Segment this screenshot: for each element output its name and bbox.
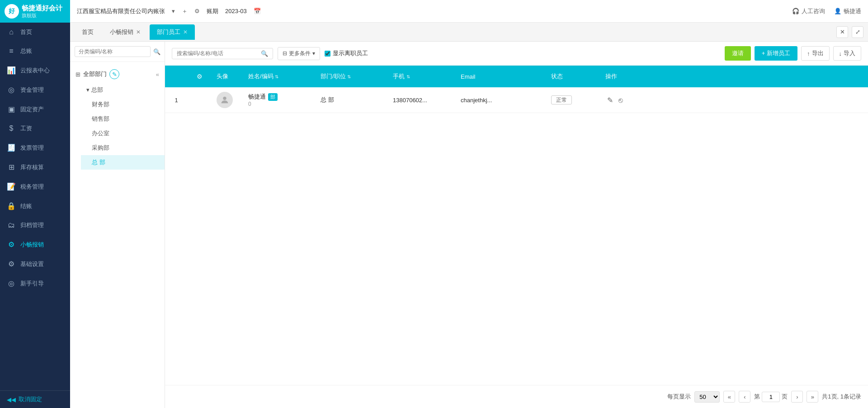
consult-button[interactable]: 🎧 人工咨询 — [792, 7, 825, 15]
reports-icon: 📊 — [7, 66, 16, 75]
edit-employee-button[interactable]: ✎ — [605, 95, 615, 105]
dept-collapse-icon[interactable]: « — [156, 71, 159, 78]
user-icon: 👤 — [834, 8, 841, 14]
calendar-icon-button[interactable]: 📅 — [254, 8, 261, 14]
user-avatar-button[interactable]: 👤 畅捷通 — [834, 7, 861, 15]
col-email: Email — [455, 66, 546, 87]
first-page-button[interactable]: « — [723, 391, 735, 403]
show-resigned-label: 显示离职员工 — [333, 49, 368, 57]
sidebar-item-settings[interactable]: ⚙ 基础设置 — [0, 254, 70, 274]
tab-expense-close[interactable]: ✕ — [136, 29, 141, 35]
sidebar-item-reports[interactable]: 📊 云报表中心 — [0, 61, 70, 80]
delete-employee-button[interactable]: ⎋ — [617, 95, 625, 105]
export-button[interactable]: ↑ 导出 — [801, 46, 830, 61]
grid-icon: ⊞ — [75, 71, 80, 78]
settings-button[interactable]: ⚙ — [194, 8, 200, 14]
prev-page-button[interactable]: ‹ — [739, 391, 750, 403]
close-tab-button[interactable]: ✕ — [836, 26, 848, 38]
employee-name-block: 畅捷通 部 — [248, 93, 310, 101]
search-submit-icon[interactable]: 🔍 — [261, 50, 268, 57]
cell-seq-1: 1 — [165, 87, 188, 113]
filter-button[interactable]: ⊟ 更多条件 ▾ — [278, 47, 320, 60]
last-page-button[interactable]: » — [807, 391, 818, 403]
svg-point-0 — [223, 97, 226, 100]
sidebar-item-salary[interactable]: $ 工资 — [0, 119, 70, 138]
page-body: 🔍 ⊞ 全部部门 ✎ « ▾ 总部 财务部 销售部 办公室 采购部 总 部 — [70, 42, 868, 408]
dept-all[interactable]: ⊞ 全部部门 ✎ « — [70, 66, 165, 83]
page-suffix-label: 页 — [782, 393, 788, 401]
sidebar-item-ledger[interactable]: ≡ 总账 — [0, 42, 70, 61]
sidebar-label-funds: 资金管理 — [20, 86, 44, 94]
col-avatar: 头像 — [211, 66, 243, 87]
import-label: 导入 — [844, 49, 855, 57]
filter-icon: ⊟ — [283, 50, 287, 57]
table-gear-button[interactable]: ⚙ — [193, 70, 206, 83]
page-number-input[interactable] — [762, 392, 780, 402]
employee-table-container: ⚙ 头像 姓名/编码 ⇅ 部门/职位 ⇅ — [165, 66, 868, 385]
consult-label: 人工咨询 — [802, 7, 825, 15]
tab-employees-close[interactable]: ✕ — [183, 29, 188, 35]
dept-item-zongbu[interactable]: ▾ 总部 — [75, 83, 165, 97]
expand-tab-button[interactable]: ⤢ — [852, 26, 863, 38]
dept-item-purchase[interactable]: 采购部 — [81, 141, 165, 155]
sidebar-item-funds[interactable]: ◎ 资金管理 — [0, 80, 70, 100]
dept-item-general[interactable]: 总 部 — [81, 155, 165, 170]
status-badge: 正常 — [551, 95, 572, 104]
tab-home-label: 首页 — [82, 28, 94, 36]
employee-search-input[interactable] — [177, 50, 258, 57]
calendar-icon: 📅 — [254, 8, 261, 14]
logo-icon: 好 — [5, 4, 19, 19]
export-label: 导出 — [812, 49, 824, 57]
sidebar-item-home[interactable]: ⌂ 首页 — [0, 23, 70, 42]
import-button[interactable]: ↓ 导入 — [833, 46, 862, 61]
sidebar-label-ledger: 总账 — [20, 47, 32, 55]
sidebar-item-closing[interactable]: 🔒 结账 — [0, 196, 70, 216]
dept-group-headquarter: ▾ 总部 财务部 销售部 办公室 采购部 总 部 — [70, 83, 165, 170]
dept-search-input[interactable] — [75, 46, 151, 57]
tab-employees[interactable]: 部门员工 ✕ — [150, 24, 195, 40]
headset-icon: 🎧 — [792, 8, 799, 14]
tab-expense[interactable]: 小畅报销 ✕ — [103, 24, 148, 40]
sidebar-item-tax[interactable]: 📝 税务管理 — [0, 177, 70, 196]
name-sort-icon[interactable]: ⇅ — [275, 74, 278, 79]
header-right-actions: 🎧 人工咨询 👤 畅捷通 — [792, 7, 861, 15]
add-employee-button[interactable]: + 新增员工 — [755, 46, 797, 61]
tax-icon: 📝 — [7, 182, 16, 191]
tab-home[interactable]: 首页 — [75, 24, 101, 40]
phone-sort-icon[interactable]: ⇅ — [406, 74, 410, 79]
per-page-select[interactable]: 50 20 100 — [694, 391, 720, 403]
total-label: 共1页, 1条记录 — [822, 393, 861, 401]
sidebar-label-tax: 税务管理 — [20, 183, 44, 191]
sidebar-item-inventory[interactable]: ⊞ 库存核算 — [0, 157, 70, 177]
chevron-down-icon: ▾ — [312, 50, 315, 57]
col-dept: 部门/职位 ⇅ — [315, 66, 387, 87]
main-content: 江西服宝精品有限责任公司内账张 ▾ ＋ ⚙ 账期 2023-03 📅 🎧 人工咨… — [70, 0, 868, 408]
show-resigned-checkbox[interactable] — [325, 51, 330, 57]
sidebar: 好 畅捷通好会计 旗舰版 ⌂ 首页 ≡ 总账 📊 云报表中心 ◎ 资金管理 ▣ … — [0, 0, 70, 408]
home-icon: ⌂ — [7, 28, 16, 36]
period-label: 账期 — [207, 7, 218, 15]
dept-sort-icon[interactable]: ⇅ — [347, 74, 351, 79]
cancel-fixed-button[interactable]: ◀◀ 取消固定 — [0, 390, 70, 408]
search-box: 🔍 — [172, 48, 273, 59]
cell-phone-1: 138070602... — [387, 87, 455, 113]
add-company-button[interactable]: ＋ — [182, 7, 188, 15]
next-page-button[interactable]: › — [791, 391, 803, 403]
show-resigned-checkbox-label[interactable]: 显示离职员工 — [325, 49, 368, 57]
dept-item-finance[interactable]: 财务部 — [81, 97, 165, 112]
sidebar-label-guide: 新手引导 — [20, 280, 44, 288]
export-icon: ↑ — [807, 50, 810, 57]
sidebar-item-guide[interactable]: ◎ 新手引导 — [0, 274, 70, 293]
employee-table: ⚙ 头像 姓名/编码 ⇅ 部门/职位 ⇅ — [165, 66, 868, 113]
period-value: 2023-03 — [225, 8, 247, 14]
dept-item-office[interactable]: 办公室 — [81, 126, 165, 141]
dept-edit-button[interactable]: ✎ — [109, 69, 119, 79]
dept-item-sales[interactable]: 销售部 — [81, 112, 165, 126]
sidebar-item-expense[interactable]: ⚙ 小畅报销 — [0, 235, 70, 254]
sidebar-item-archive[interactable]: 🗂 归档管理 — [0, 216, 70, 235]
company-dropdown-button[interactable]: ▾ — [172, 8, 175, 14]
sidebar-item-invoice[interactable]: 🧾 发票管理 — [0, 138, 70, 157]
sidebar-item-assets[interactable]: ▣ 固定资产 — [0, 100, 70, 119]
invite-button[interactable]: 邀请 — [725, 46, 751, 61]
col-dept-label: 部门/职位 — [321, 73, 346, 80]
